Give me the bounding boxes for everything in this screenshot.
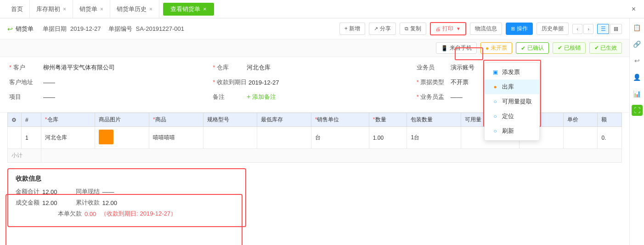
cumulative-value: 12.00	[102, 199, 118, 206]
outbound-icon: ●	[492, 84, 498, 90]
tab-inventory-close[interactable]: ×	[63, 6, 66, 12]
sidebar-icon-2[interactable]: 🔗	[632, 39, 643, 50]
cumulative-item: 累计收款 12.00	[76, 199, 118, 207]
doc-title: 销货单	[16, 25, 34, 33]
remark-field: 备注 + 添加备注	[213, 92, 416, 102]
col-product-img: 商品图片	[95, 113, 149, 127]
footer-info: 收款信息 金额合计 12.00 同单现结 —— 成交金额 12.00 累计收款	[7, 168, 246, 227]
product-image	[99, 130, 113, 144]
col-unit-price: 单价	[564, 113, 598, 127]
row-product: 嘻嘻嘻嘻	[149, 127, 203, 149]
due-date-value: 2019-12-27	[247, 78, 281, 87]
doc-meta: 单据日期 2019-12-27 单据编号 SA-20191227-001	[43, 25, 184, 33]
subtotal-row: 小计	[8, 149, 622, 163]
col-spec: 规格型号	[203, 113, 257, 127]
col-product: *商品	[149, 113, 203, 127]
tab-bar: 首页 库存期初 × 销货单 × 销货单历史 × 查看销货单 × ×	[0, 0, 644, 18]
project-label: 项目	[9, 93, 41, 101]
row-warehouse: 河北仓库	[41, 127, 95, 149]
balance-item: 金额合计	[16, 210, 40, 218]
sidebar-icon-expand[interactable]: ⛶	[632, 105, 643, 116]
tab-query[interactable]: 查看销货单 ×	[163, 3, 214, 16]
balance-value: 0.00	[85, 211, 96, 217]
col-min-stock: 最低库存	[257, 113, 311, 127]
share-button[interactable]: ↗ 分享	[369, 23, 396, 35]
sidebar-icon-1[interactable]: 📋	[632, 22, 643, 33]
close-all-button[interactable]: ×	[628, 5, 639, 13]
logistics-button[interactable]: 物流信息	[470, 23, 502, 35]
cancelled-badge[interactable]: ✔ 已核销	[553, 42, 585, 54]
sub-toolbar: 📱 来自手机 ● 未开票 ✔ 已确认 ✔ 已核销 ✔ 已生效	[0, 40, 629, 57]
grid-view-button[interactable]: ⊞	[610, 24, 622, 34]
sidebar-icon-3[interactable]: ↩	[632, 55, 643, 66]
total-item: 金额合计 12.00	[16, 188, 57, 196]
add-invoice-icon: ▣	[492, 69, 498, 75]
invoice-status-button[interactable]: ● 未开票	[480, 42, 512, 54]
copy-button[interactable]: ⧉ 复制	[400, 23, 426, 35]
from-phone-button[interactable]: 📱 来自手机	[436, 42, 477, 54]
col-amount: 额	[598, 113, 622, 127]
transaction-item: 成交金额 12.00	[16, 199, 57, 207]
row-num: 1	[22, 127, 41, 149]
ticket-type-label: 票据类型	[417, 78, 449, 86]
doc-header: ↩ 销货单 单据日期 2019-12-27 单据编号 SA-20191227-0…	[0, 18, 629, 40]
row-qty: 1.00	[369, 127, 407, 149]
right-sidebar: 📋 🔗 ↩ 👤 📊 ⛶	[629, 18, 644, 245]
prev-button[interactable]: ‹	[572, 24, 582, 34]
dropdown-locate[interactable]: ○ 定位	[485, 109, 539, 124]
balance-due-item: 本单欠款 0.00 （收款到期日: 2019-12-27）	[58, 210, 176, 218]
row-spec	[203, 127, 257, 149]
footer-row-2: 成交金额 12.00 累计收款 12.00	[16, 199, 238, 207]
dropdown-refresh[interactable]: ○ 刷新	[485, 124, 539, 138]
remark-add[interactable]: + 添加备注	[245, 92, 278, 102]
due-date-field: 收款到期日 2019-12-27	[213, 78, 416, 87]
warehouse-field: 仓库 河北仓库	[213, 63, 416, 73]
sidebar-icon-4[interactable]: 👤	[632, 72, 643, 83]
staff-label: 业务员	[417, 63, 449, 72]
ops-button[interactable]: ⊞ 操作	[506, 23, 533, 35]
transaction-label: 成交金额	[16, 199, 40, 207]
row-unit-price	[564, 127, 598, 149]
settlement-value: ——	[102, 188, 114, 195]
subtotal-empty	[41, 149, 621, 163]
dropdown-outbound[interactable]: ● 出库	[485, 80, 539, 94]
tab-home[interactable]: 首页	[5, 0, 30, 18]
doc-icon: ↩	[7, 25, 13, 33]
salesperson-value: ——	[449, 93, 464, 102]
balance-note: （收款到期日: 2019-12-27）	[101, 210, 176, 218]
dropdown-available-qty[interactable]: ○ 可用量提取	[485, 94, 539, 109]
new-button[interactable]: + 新增	[339, 23, 365, 35]
effective-badge[interactable]: ✔ 已生效	[589, 42, 622, 54]
col-gear: ⚙	[8, 113, 22, 127]
nav-arrows: ‹ ›	[572, 24, 593, 34]
confirmed-button[interactable]: ✔ 已确认	[516, 42, 549, 54]
print-button[interactable]: 🖨 打印 ▼	[430, 22, 466, 35]
next-button[interactable]: ›	[583, 24, 593, 34]
salesperson-label: 业务员盂	[417, 93, 449, 101]
view-toggle: ☰ ⊞	[597, 24, 622, 34]
tab-sales-history[interactable]: 销货单历史 ×	[110, 0, 159, 18]
tab-sales-close[interactable]: ×	[100, 6, 103, 12]
due-date-label: 收款到期日	[213, 78, 247, 86]
settlement-label: 同单现结	[76, 188, 100, 196]
tab-sales[interactable]: 销货单 ×	[73, 0, 110, 18]
dropdown-menu: ▣ 添发票 ● 出库 ○ 可用量提取 ○ 定位 ○ 刷新	[484, 63, 540, 141]
address-field: 客户地址 ——	[9, 78, 213, 87]
toolbar: + 新增 ↗ 分享 ⧉ 复制 🖨 打印 ▼ 物流信息	[339, 22, 622, 35]
customer-field: 客户 柳州粤港平安气体有限公司	[9, 63, 213, 73]
customer-value: 柳州粤港平安气体有限公司	[41, 63, 117, 73]
tab-inventory[interactable]: 库存期初 ×	[30, 0, 73, 18]
tab-sales-history-close[interactable]: ×	[149, 6, 153, 12]
history-button[interactable]: 历史单据	[537, 23, 569, 35]
dropdown-add-invoice[interactable]: ▣ 添发票	[485, 65, 539, 80]
warehouse-value: 河北仓库	[245, 63, 272, 73]
project-field: 项目 ——	[9, 93, 213, 102]
settlement-item: 同单现结 ——	[76, 188, 114, 196]
list-view-button[interactable]: ☰	[597, 24, 609, 34]
row-product-img	[95, 127, 149, 149]
sidebar-icon-5[interactable]: 📊	[632, 88, 643, 99]
customer-label: 客户	[9, 63, 41, 72]
row-sales-unit: 台	[311, 127, 369, 149]
tab-query-close[interactable]: ×	[203, 6, 207, 12]
footer-row-3: 金额合计 本单欠款 0.00 （收款到期日: 2019-12-27）	[16, 210, 238, 218]
